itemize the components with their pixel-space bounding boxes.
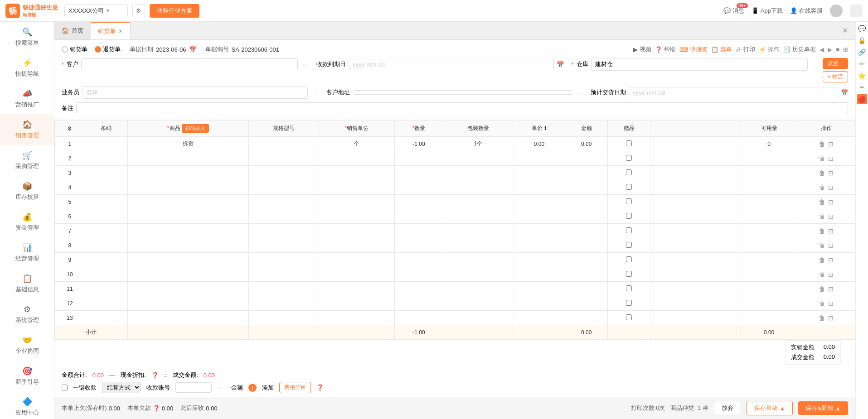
sidebar-item-purchase[interactable]: 🛒 采购管理 xyxy=(0,145,54,176)
row-unit-price[interactable] xyxy=(513,209,565,224)
sidebar-item-system[interactable]: ⚙ 系统管理 xyxy=(0,299,54,330)
row-spec[interactable] xyxy=(248,137,319,151)
row-barcode[interactable] xyxy=(85,224,127,238)
copy-row-icon[interactable]: ⊡ xyxy=(828,198,834,206)
row-unit[interactable]: 个 xyxy=(319,137,395,151)
user-menu[interactable] xyxy=(850,5,863,17)
right-panel-pencil[interactable]: ✒ xyxy=(857,82,867,92)
select-btn[interactable]: 📋 选单 xyxy=(711,45,732,53)
row-unit[interactable] xyxy=(319,253,395,267)
sidebar-item-inventory[interactable]: 📦 库存核算 xyxy=(0,176,54,207)
customer-input[interactable] xyxy=(81,58,298,70)
row-barcode[interactable] xyxy=(85,137,127,151)
video-btn[interactable]: ▶ 视频 xyxy=(633,45,651,53)
row-gift[interactable] xyxy=(608,224,650,238)
row-pack-qty[interactable] xyxy=(443,180,513,195)
row-quantity[interactable] xyxy=(395,224,443,238)
row-amount[interactable] xyxy=(565,151,608,166)
row-barcode[interactable] xyxy=(85,166,127,180)
row-product[interactable] xyxy=(127,238,248,253)
radio-sales-order[interactable]: 销货单 xyxy=(62,45,87,53)
row-pack-qty[interactable] xyxy=(443,296,513,311)
view-grid-icon[interactable]: ⊞ xyxy=(843,46,848,53)
sidebar-item-finance[interactable]: 💰 资金管理 xyxy=(0,207,54,237)
row-gift[interactable] xyxy=(608,253,650,267)
row-gift[interactable] xyxy=(608,195,650,209)
calendar-icon-expected[interactable]: 📅 xyxy=(841,89,848,96)
right-panel-edit[interactable]: ✏ xyxy=(857,59,867,69)
history-btn[interactable]: 📑 历史单据 xyxy=(783,45,816,53)
row-pack-qty[interactable] xyxy=(443,253,513,267)
delete-row-icon[interactable]: 🗑 xyxy=(819,271,825,278)
right-panel-lock[interactable]: 🔒 xyxy=(857,35,867,45)
calendar-icon-date[interactable]: 📅 xyxy=(189,46,196,53)
avatar[interactable] xyxy=(830,5,843,17)
row-gift[interactable] xyxy=(608,151,650,166)
row-spec[interactable] xyxy=(248,166,319,180)
copy-row-icon[interactable]: ⊡ xyxy=(828,242,834,249)
delete-row-icon[interactable]: 🗑 xyxy=(819,198,825,206)
row-amount[interactable] xyxy=(565,267,608,282)
save-new-button[interactable]: 保存&新增 ▲ xyxy=(798,401,848,415)
row-unit[interactable] xyxy=(319,267,395,282)
copy-row-icon[interactable]: ⊡ xyxy=(828,300,834,307)
warehouse-input[interactable]: 建材仓 xyxy=(591,58,808,71)
row-unit[interactable] xyxy=(319,224,395,238)
row-quantity[interactable] xyxy=(395,267,443,282)
expected-date-input[interactable]: yyyy-mm-dd xyxy=(629,87,838,98)
row-product[interactable]: 拆贡 xyxy=(127,137,248,151)
app-download-button[interactable]: 📱 App下载 xyxy=(752,7,783,15)
row-pack-qty[interactable] xyxy=(443,311,513,325)
delete-row-icon[interactable]: 🗑 xyxy=(819,184,825,191)
row-quantity[interactable] xyxy=(395,180,443,195)
expense-split-button[interactable]: 费用分摊 xyxy=(279,382,311,393)
tab-sales-order[interactable]: 销货单 ✕ xyxy=(91,22,131,39)
row-unit-price[interactable] xyxy=(513,151,565,166)
row-spec[interactable] xyxy=(248,296,319,311)
row-barcode[interactable] xyxy=(85,311,127,325)
tab-bar-close-icon[interactable]: ✕ xyxy=(835,26,855,35)
try-solution-button[interactable]: 体验行业方案 xyxy=(150,4,199,18)
sidebar-item-sales[interactable]: 🏠 销售管理 xyxy=(0,114,54,145)
online-service-button[interactable]: 👤 在线客服 xyxy=(790,7,823,15)
help-btn[interactable]: ❓ 帮助 xyxy=(655,45,676,53)
copy-row-icon[interactable]: ⊡ xyxy=(828,227,834,235)
delete-row-icon[interactable]: 🗑 xyxy=(819,300,825,307)
row-product[interactable] xyxy=(127,151,248,166)
row-quantity[interactable] xyxy=(395,151,443,166)
sidebar-item-basics[interactable]: 📋 基础信息 xyxy=(0,268,54,299)
salesperson-input[interactable]: 选择... xyxy=(82,86,308,99)
row-product[interactable] xyxy=(127,267,248,282)
delete-row-icon[interactable]: 🗑 xyxy=(819,314,825,322)
nav-next-icon[interactable]: ▶ xyxy=(828,46,832,53)
row-gift[interactable] xyxy=(608,238,650,253)
sidebar-item-guide[interactable]: 🎯 新手引导 xyxy=(0,361,54,391)
row-amount[interactable] xyxy=(565,166,608,180)
row-spec[interactable] xyxy=(248,180,319,195)
nav-prev-icon[interactable]: ◀ xyxy=(820,46,824,53)
delete-row-icon[interactable]: 🗑 xyxy=(819,213,825,220)
row-amount[interactable]: 0.00 xyxy=(565,137,608,151)
scan-button[interactable]: 扫码录入 xyxy=(182,124,209,133)
row-product[interactable] xyxy=(127,195,248,209)
row-unit-price[interactable] xyxy=(513,282,565,296)
th-settings[interactable]: ⚙ xyxy=(55,120,85,137)
delete-row-icon[interactable]: 🗑 xyxy=(819,140,825,148)
account-more-btn[interactable]: ··· xyxy=(217,384,226,391)
copy-row-icon[interactable]: ⊡ xyxy=(828,140,834,148)
row-unit[interactable] xyxy=(319,282,395,296)
row-gift[interactable] xyxy=(608,166,650,180)
row-spec[interactable] xyxy=(248,224,319,238)
logistics-button[interactable]: + 物流 xyxy=(823,71,848,82)
payment-due-input[interactable]: yyyy-mm-dd xyxy=(349,59,554,70)
row-barcode[interactable] xyxy=(85,253,127,267)
row-unit[interactable] xyxy=(319,311,395,325)
account-input[interactable] xyxy=(175,382,212,393)
row-unit-price[interactable] xyxy=(513,253,565,267)
row-pack-qty[interactable] xyxy=(443,282,513,296)
row-quantity[interactable] xyxy=(395,209,443,224)
row-unit-price[interactable] xyxy=(513,195,565,209)
row-barcode[interactable] xyxy=(85,195,127,209)
row-product[interactable] xyxy=(127,224,248,238)
delete-row-icon[interactable]: 🗑 xyxy=(819,256,825,264)
